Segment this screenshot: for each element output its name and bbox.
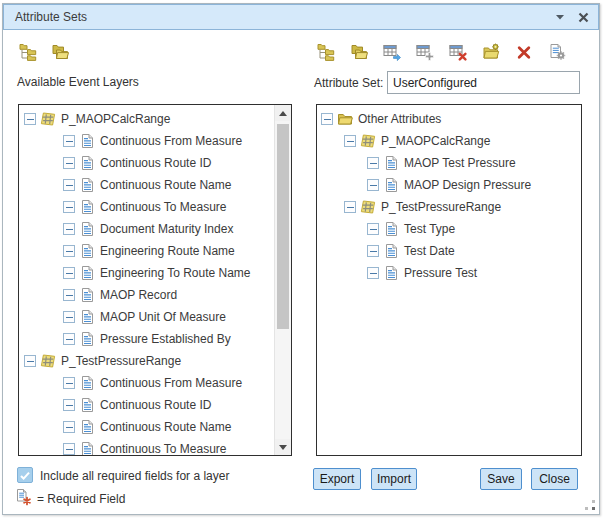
document-gear-icon[interactable] [548,43,566,61]
window-menu-icon[interactable] [553,10,567,24]
folder-gear-icon[interactable] [482,43,500,61]
resize-grip-icon[interactable] [585,500,595,510]
tree-item[interactable]: MAOP Unit Of Measure [19,306,274,328]
left-toolbar [19,43,69,61]
layer-tree-icon[interactable] [317,43,335,61]
tree-item[interactable]: Continuous From Measure [19,372,274,394]
folder-icon [337,111,353,127]
tree-item-label: MAOP Record [100,288,177,302]
route-layer-icon [360,133,376,149]
field-icon [79,441,95,455]
collapse-icon[interactable] [63,267,75,279]
field-icon [79,243,95,259]
tree-item[interactable]: Continuous Route Name [19,416,274,438]
tree-item[interactable]: Continuous From Measure [19,130,274,152]
tree-item[interactable]: MAOP Test Pressure [317,152,581,174]
collapse-icon[interactable] [367,179,379,191]
import-button[interactable]: Import [371,468,417,490]
tree-item[interactable]: Other Attributes [317,108,581,130]
tree-item-label: Continuous From Measure [100,376,242,390]
collapse-icon[interactable] [63,289,75,301]
field-icon [383,155,399,171]
field-icon [383,243,399,259]
tree-item[interactable]: P_TestPressureRange [317,196,581,218]
table-add-icon[interactable] [416,43,434,61]
tree-item-label: Continuous Route Name [100,178,231,192]
route-layer-icon [40,111,56,127]
export-button[interactable]: Export [313,468,361,490]
tree-item[interactable]: Engineering To Route Name [19,262,274,284]
close-icon[interactable] [576,10,590,24]
tree-item[interactable]: Test Type [317,218,581,240]
tree-item[interactable]: Pressure Test [317,262,581,284]
collapse-icon[interactable] [63,377,75,389]
tree-item[interactable]: P_TestPressureRange [19,350,274,372]
field-icon [383,177,399,193]
tree-item-label: P_MAOPCalcRange [381,134,490,148]
tree-item[interactable]: Test Date [317,240,581,262]
collapse-icon[interactable] [63,333,75,345]
tree-item[interactable]: MAOP Design Pressure [317,174,581,196]
field-icon [79,155,95,171]
layer-tree-icon[interactable] [19,43,37,61]
collapse-icon[interactable] [63,399,75,411]
collapse-icon[interactable] [367,223,379,235]
field-icon [383,221,399,237]
collapse-icon[interactable] [63,135,75,147]
tree-item-label: Test Date [404,244,455,258]
collapse-icon[interactable] [367,157,379,169]
field-icon [79,133,95,149]
table-export-icon[interactable] [383,43,401,61]
collapse-icon[interactable] [344,135,356,147]
collapse-icon[interactable] [367,267,379,279]
open-folders-icon[interactable] [350,43,368,61]
collapse-icon[interactable] [63,443,75,455]
tree-item[interactable]: Engineering Route Name [19,240,274,262]
tree-item-label: Continuous To Measure [100,442,227,455]
titlebar[interactable]: Attribute Sets [3,4,599,30]
tree-item[interactable]: Continuous Route ID [19,152,274,174]
collapse-icon[interactable] [63,157,75,169]
vertical-scrollbar[interactable] [274,105,291,455]
collapse-icon[interactable] [63,201,75,213]
tree-item[interactable]: Pressure Established By [19,328,274,350]
collapse-icon[interactable] [63,311,75,323]
save-button[interactable]: Save [480,468,522,490]
tree-item[interactable]: Continuous Route Name [19,174,274,196]
scroll-up-icon[interactable] [275,105,291,121]
field-icon [79,419,95,435]
tree-item[interactable]: P_MAOPCalcRange [19,108,274,130]
table-remove-icon[interactable] [449,43,467,61]
tree-item-label: Other Attributes [358,112,441,126]
tree-item[interactable]: Document Maturity Index [19,218,274,240]
collapse-icon[interactable] [344,201,356,213]
include-required-fields-checkbox[interactable] [17,467,33,483]
tree-item-label: MAOP Design Pressure [404,178,531,192]
close-button[interactable]: Close [531,468,578,490]
collapse-icon[interactable] [24,355,36,367]
tree-item[interactable]: MAOP Record [19,284,274,306]
tree-item[interactable]: P_MAOPCalcRange [317,130,581,152]
tree-item[interactable]: Continuous To Measure [19,196,274,218]
attribute-set-label: Attribute Set: [314,76,383,90]
scroll-down-icon[interactable] [275,439,291,455]
tree-item-label: Continuous Route ID [100,398,211,412]
collapse-icon[interactable] [367,245,379,257]
collapse-icon[interactable] [63,179,75,191]
attribute-set-value: UserConfigured [388,76,579,90]
collapse-icon[interactable] [24,113,36,125]
collapse-icon[interactable] [63,421,75,433]
attribute-set-dropdown[interactable]: UserConfigured [387,71,580,94]
tree-item[interactable]: Continuous Route ID [19,394,274,416]
collapse-icon[interactable] [63,223,75,235]
right-toolbar [317,43,566,61]
field-icon [79,375,95,391]
scrollbar-thumb[interactable] [277,124,289,329]
tree-item-label: MAOP Test Pressure [404,156,516,170]
open-folders-icon[interactable] [51,43,69,61]
delete-icon[interactable] [515,43,533,61]
collapse-icon[interactable] [63,245,75,257]
tree-item[interactable]: Continuous To Measure [19,438,274,455]
route-layer-icon [360,199,376,215]
collapse-icon[interactable] [321,113,333,125]
